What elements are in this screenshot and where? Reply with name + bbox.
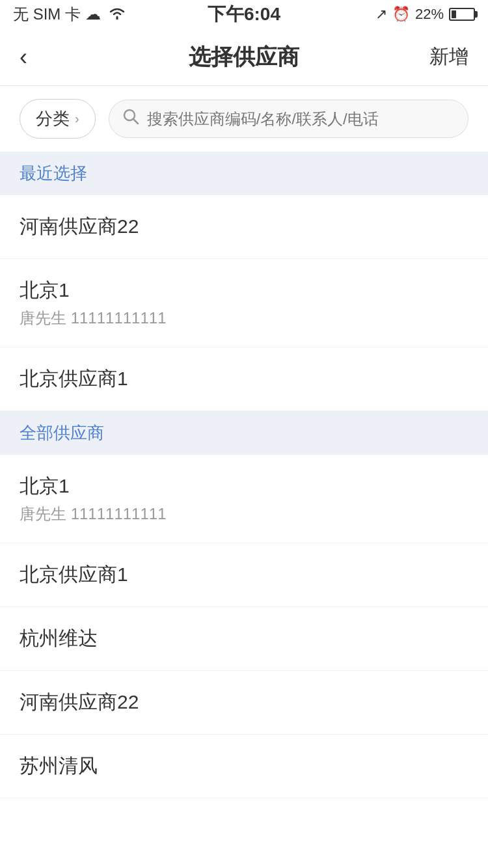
- recent-list: 河南供应商22北京1唐先生 11111111111北京供应商1: [0, 195, 488, 411]
- list-item[interactable]: 河南供应商22: [0, 195, 488, 259]
- nav-title: 选择供应商: [189, 42, 299, 72]
- item-name: 北京供应商1: [20, 562, 468, 588]
- category-label: 分类: [36, 107, 70, 130]
- list-item[interactable]: 北京1唐先生 11111111111: [0, 259, 488, 347]
- add-button[interactable]: 新增: [429, 44, 468, 70]
- item-name: 北京1: [20, 277, 468, 304]
- chevron-right-icon: ›: [75, 111, 79, 126]
- all-section-label: 全部供应商: [20, 423, 104, 442]
- battery-icon: [449, 8, 475, 21]
- status-bar-left: 无 SIM 卡 ☁: [13, 4, 127, 25]
- list-item[interactable]: 北京1唐先生 11111111111: [0, 455, 488, 543]
- recent-section-header: 最近选择: [0, 152, 488, 195]
- search-box[interactable]: [109, 100, 468, 138]
- item-name: 北京供应商1: [20, 366, 468, 392]
- all-section-header: 全部供应商: [0, 411, 488, 455]
- location-icon: ↗: [375, 6, 387, 23]
- sim-status: 无 SIM 卡 ☁: [13, 4, 101, 25]
- search-input[interactable]: [147, 110, 455, 128]
- wifi-icon: [107, 5, 127, 23]
- nav-bar: ‹ 选择供应商 新增: [0, 29, 488, 86]
- alarm-icon: ⏰: [392, 6, 410, 23]
- item-sub: 唐先生 11111111111: [20, 504, 468, 524]
- svg-line-1: [133, 119, 138, 124]
- search-icon: [122, 108, 139, 129]
- filter-bar: 分类 ›: [0, 86, 488, 152]
- category-button[interactable]: 分类 ›: [20, 99, 96, 139]
- item-name: 河南供应商22: [20, 689, 468, 716]
- list-item[interactable]: 杭州维达: [0, 607, 488, 671]
- item-name: 苏州清风: [20, 753, 468, 780]
- item-name: 北京1: [20, 473, 468, 500]
- battery-percent: 22%: [415, 6, 444, 23]
- list-item[interactable]: 苏州清风: [0, 735, 488, 798]
- item-sub: 唐先生 11111111111: [20, 308, 468, 329]
- back-button[interactable]: ‹: [20, 44, 59, 71]
- list-item[interactable]: 河南供应商22: [0, 671, 488, 735]
- status-bar-right: ↗ ⏰ 22%: [375, 6, 475, 23]
- recent-section-label: 最近选择: [20, 163, 87, 183]
- status-bar: 无 SIM 卡 ☁ 下午6:04 ↗ ⏰ 22%: [0, 0, 488, 29]
- all-list: 北京1唐先生 11111111111北京供应商1杭州维达河南供应商22苏州清风: [0, 455, 488, 798]
- item-name: 杭州维达: [20, 625, 468, 652]
- status-time: 下午6:04: [208, 2, 280, 27]
- list-item[interactable]: 北京供应商1: [0, 543, 488, 607]
- item-name: 河南供应商22: [20, 213, 468, 240]
- list-item[interactable]: 北京供应商1: [0, 347, 488, 411]
